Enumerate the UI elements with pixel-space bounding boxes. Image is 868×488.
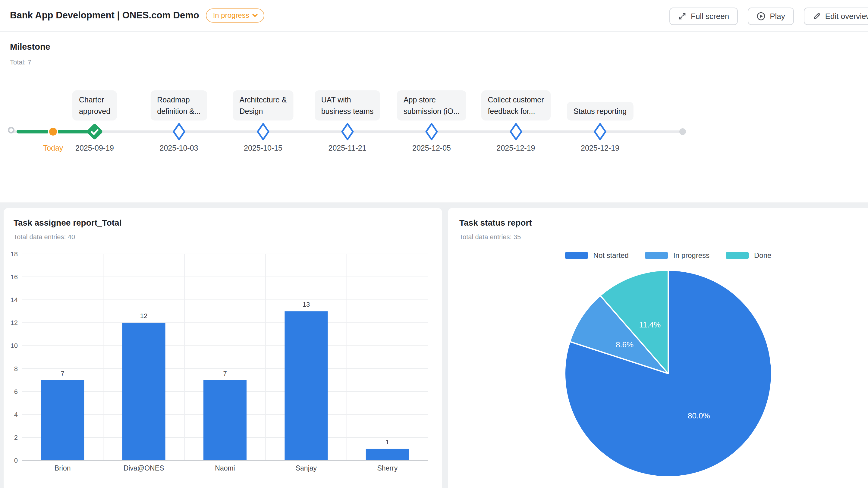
milestone-box[interactable]: App storesubmission (iO... (397, 90, 466, 121)
milestone-diamond[interactable] (256, 123, 270, 142)
milestone-box[interactable]: Architecture &Design (233, 90, 293, 121)
full-screen-button[interactable]: Full screen (670, 7, 738, 25)
milestone-section: Milestone Total: 7 TodayCharterapproved2… (0, 32, 868, 202)
milestone-box[interactable]: Charterapproved (72, 90, 117, 121)
milestone-diamond[interactable] (593, 123, 607, 142)
header-actions: Full screen Play Edit overview (670, 7, 868, 25)
legend-item-in-progress[interactable]: In progress (645, 251, 710, 260)
legend-item-label: Done (754, 251, 771, 260)
assignee-report-title: Task assignee report_Total (13, 218, 121, 228)
milestone-date: 2025-10-03 (160, 144, 198, 153)
milestone-box-line: approved (79, 105, 110, 117)
milestone-box-line: Design (239, 105, 287, 117)
fullscreen-icon (678, 12, 687, 21)
y-axis-tick-label: 14 (10, 296, 18, 304)
milestone-diamond-done[interactable] (86, 123, 103, 141)
play-icon (756, 12, 766, 21)
y-axis-tick-label: 2 (14, 434, 18, 441)
play-label: Play (770, 12, 785, 21)
milestone-box-line: Roadmap (157, 94, 201, 105)
milestone-box-line: App store (404, 94, 460, 105)
bar-value-label: 12 (140, 312, 147, 320)
milestone-diamond[interactable] (341, 123, 354, 142)
milestone-diamond[interactable] (425, 123, 438, 142)
x-axis-category-label: Naomi (215, 464, 235, 472)
milestone-date: 2025-10-15 (244, 144, 282, 153)
milestone-box[interactable]: Status reporting (567, 102, 633, 121)
milestone-date: 2025-12-05 (412, 144, 451, 153)
milestone-date: 2025-09-19 (75, 144, 114, 153)
milestone-timeline: TodayCharterapproved2025-09-19Roadmapdef… (0, 32, 868, 202)
bar-Naomi[interactable] (204, 380, 247, 460)
milestone-date: 2025-11-21 (328, 144, 366, 153)
timeline-end-dot (679, 128, 686, 135)
bar-value-label: 13 (303, 301, 310, 308)
legend-swatch (726, 252, 749, 259)
milestone-diamond[interactable] (509, 123, 523, 142)
milestone-box-line: Collect customer (488, 94, 544, 105)
milestone-box-line: Charter (79, 94, 110, 105)
pie-legend: Not startedIn progressDone (448, 251, 868, 260)
bar-value-label: 1 (385, 438, 389, 446)
legend-item-done[interactable]: Done (726, 251, 771, 260)
x-axis-category-label: Brion (55, 464, 71, 472)
milestone-box-line: submission (iO... (404, 105, 460, 117)
x-axis-category-label: Diva@ONES (124, 464, 164, 472)
milestone-box-line: feedback for... (488, 105, 544, 117)
milestone-diamond[interactable] (173, 123, 186, 142)
milestone-box[interactable]: Roadmapdefinition &... (150, 90, 207, 121)
legend-item-label: In progress (673, 251, 710, 260)
y-axis-tick-label: 0 (14, 457, 18, 464)
milestone-box-line: business teams (321, 105, 374, 117)
edit-overview-label: Edit overview (825, 12, 868, 21)
legend-swatch (645, 252, 668, 259)
page-header: Bank App Development | ONES.com Demo In … (0, 0, 868, 31)
task-assignee-report-card: Task assignee report_Total Total data en… (4, 208, 442, 488)
y-axis-tick-label: 10 (10, 342, 18, 350)
timeline-progress (17, 130, 49, 133)
pie-slice-label: 80.0% (688, 411, 710, 420)
y-axis-tick-label: 8 (14, 365, 18, 372)
y-axis-tick-label: 12 (10, 319, 18, 327)
x-axis-category-label: Sanjay (296, 464, 317, 472)
task-status-report-card: Task status report Total data entries: 3… (448, 208, 868, 488)
milestone-box-line: Architecture & (239, 94, 287, 105)
bar-value-label: 7 (61, 369, 64, 377)
pie-slice-label: 8.6% (616, 340, 633, 349)
today-label: Today (43, 144, 63, 153)
y-axis-tick-label: 18 (10, 250, 18, 258)
milestone-box-line: UAT with (321, 94, 374, 105)
status-badge-label: In progress (213, 11, 249, 20)
chevron-down-icon (252, 13, 258, 18)
milestone-box-line: Status reporting (574, 105, 627, 117)
bar-Diva@ONES[interactable] (122, 323, 165, 460)
pie-slice-label: 11.4% (639, 320, 661, 329)
milestone-box-line: definition &... (157, 105, 201, 117)
timeline-start-circle (8, 127, 14, 133)
edit-icon (812, 12, 821, 21)
page-title: Bank App Development | ONES.com Demo (10, 10, 199, 21)
bar-Brion[interactable] (41, 380, 84, 460)
y-axis-tick-label: 16 (10, 273, 18, 281)
timeline-progress (57, 130, 90, 133)
legend-item-label: Not started (593, 251, 629, 260)
today-dot (49, 128, 57, 135)
milestone-box[interactable]: Collect customerfeedback for... (481, 90, 550, 121)
status-report-subtitle: Total data entries: 35 (459, 233, 521, 241)
status-badge[interactable]: In progress (206, 8, 264, 23)
bar-Sherry[interactable] (366, 449, 409, 460)
legend-item-not-started[interactable]: Not started (565, 251, 629, 260)
milestone-date: 2025-12-19 (497, 144, 535, 153)
play-button[interactable]: Play (748, 7, 794, 25)
full-screen-label: Full screen (691, 12, 729, 21)
y-axis-tick-label: 4 (14, 411, 18, 418)
assignee-bar-chart: 0246810121416187Brion12Diva@ONES7Naomi13… (4, 244, 442, 488)
x-axis-category-label: Sherry (377, 464, 398, 472)
bar-Sanjay[interactable] (284, 311, 328, 460)
edit-overview-button[interactable]: Edit overview (804, 7, 868, 25)
status-pie-chart: 80.0%8.6%11.4% (563, 268, 774, 479)
y-axis-tick-label: 6 (14, 388, 18, 395)
milestone-box[interactable]: UAT withbusiness teams (315, 90, 380, 121)
milestone-date: 2025-12-19 (581, 144, 619, 153)
bar-value-label: 7 (223, 369, 227, 377)
